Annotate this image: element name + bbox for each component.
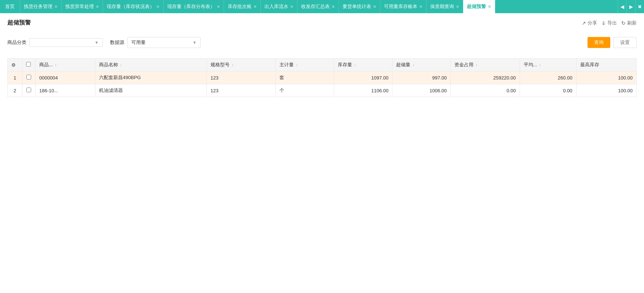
tab-4[interactable]: 库存批次账✕ — [224, 0, 261, 13]
row-goods-code-0: 0000004 — [36, 71, 95, 84]
row-max-stock-0: 100.00 — [576, 71, 636, 84]
tab-1[interactable]: 拣货异常处理✕ — [62, 0, 103, 13]
main-content: 超储预警 ↗ 分享 ⇓ 导出 ↻ 刷新 商品分类 ▼ 数据源 — [0, 13, 644, 293]
topbar: 首页 拣货任务管理✕拣货异常处理✕现存量（库存状况表）✕现存量（库存分布表）✕库… — [0, 0, 644, 13]
tab-close-6[interactable]: ✕ — [332, 4, 335, 9]
row-overstock-1: 1006.00 — [392, 84, 451, 97]
column-overstock[interactable]: 超储量 ↕ — [392, 59, 451, 71]
tab-close-5[interactable]: ✕ — [290, 4, 293, 9]
row-spec-0: 123 — [207, 71, 276, 84]
tab-label-3: 现存量（库存分布表） — [167, 3, 215, 10]
tab-label-9: 保质期查询 — [430, 3, 454, 10]
column-capital[interactable]: 资金占用 ↕ — [451, 59, 520, 71]
row-unit-1: 个 — [276, 84, 334, 97]
tab-8[interactable]: 可用量库存账本✕ — [380, 0, 427, 13]
tab-nav-prev[interactable]: ◀ — [618, 0, 626, 13]
tab-label-1: 拣货异常处理 — [65, 3, 94, 10]
sort-icon-overstock: ↕ — [413, 63, 414, 67]
export-icon: ⇓ — [601, 20, 606, 26]
page-header: 超储预警 ↗ 分享 ⇓ 导出 ↻ 刷新 — [7, 19, 637, 27]
tab-label-7: 要货单统计表 — [343, 3, 371, 10]
row-avg-0: 260.00 — [520, 71, 576, 84]
table-header-row: ⚙ 商品... ↕ 商品名称 ↕ 规格型号 ↕ 主计量 ↕ 库存量 ↕ 超储量 … — [8, 59, 637, 71]
tab-close-1[interactable]: ✕ — [96, 4, 99, 9]
row-stock-0: 1097.00 — [334, 71, 392, 84]
row-spec-1: 123 — [207, 84, 276, 97]
table-row: 1 0000004 六配套新昌490BPG 123 套 1097.00 997.… — [8, 71, 637, 84]
filter-area: 商品分类 ▼ 数据源 可用量 ▼ 查询 设置 — [7, 33, 637, 52]
row-unit-0: 套 — [276, 71, 334, 84]
sort-icon-avg: ↕ — [539, 63, 541, 67]
category-dropdown-arrow: ▼ — [95, 40, 99, 45]
tab-nav-next[interactable]: ▶ — [626, 0, 635, 13]
datasource-dropdown-arrow: ▼ — [193, 40, 197, 45]
tab-close-2[interactable]: ✕ — [156, 4, 160, 9]
category-label: 商品分类 — [7, 39, 26, 46]
tab-2[interactable]: 现存量（库存状况表）✕ — [103, 0, 164, 13]
column-max-stock: 最高库存 — [576, 59, 636, 71]
tab-close-4[interactable]: ✕ — [253, 4, 257, 9]
refresh-icon: ↻ — [621, 20, 626, 26]
tab-nav-more[interactable]: ✖ — [635, 0, 644, 13]
tab-close-10[interactable]: ✕ — [488, 4, 491, 9]
datasource-select[interactable]: 可用量 ▼ — [127, 37, 201, 48]
tab-label-5: 出入库流水 — [264, 3, 288, 10]
tab-close-7[interactable]: ✕ — [373, 4, 376, 9]
column-goods-code[interactable]: 商品... ↕ — [36, 59, 95, 71]
sort-icon-goods-code: ↕ — [55, 63, 56, 67]
column-unit[interactable]: 主计量 ↕ — [276, 59, 334, 71]
row-avg-1: 0.00 — [520, 84, 576, 97]
category-filter: 商品分类 ▼ — [7, 38, 103, 47]
table-row: 2 186-10... 机油滤清器 123 个 1106.00 1006.00 … — [8, 84, 637, 97]
column-checkbox[interactable] — [22, 59, 36, 71]
settings-button[interactable]: 设置 — [613, 37, 637, 48]
share-button[interactable]: ↗ 分享 — [582, 20, 597, 26]
tab-nav-arrows: ◀ ▶ ✖ — [618, 0, 644, 13]
category-select[interactable]: ▼ — [29, 38, 103, 47]
column-stock[interactable]: 库存量 ↕ — [334, 59, 392, 71]
tab-9[interactable]: 保质期查询✕ — [427, 0, 463, 13]
row-capital-0: 259220.00 — [451, 71, 520, 84]
tab-label-10: 超储预警 — [467, 3, 486, 10]
row-checkbox-1[interactable] — [22, 84, 36, 97]
tab-close-8[interactable]: ✕ — [419, 4, 422, 9]
tab-label-6: 收发存汇总表 — [301, 3, 330, 10]
refresh-button[interactable]: ↻ 刷新 — [621, 20, 637, 26]
query-button[interactable]: 查询 — [588, 37, 610, 48]
sort-icon-stock: ↕ — [354, 63, 356, 67]
table-header: ⚙ 商品... ↕ 商品名称 ↕ 规格型号 ↕ 主计量 ↕ 库存量 ↕ 超储量 … — [8, 59, 637, 71]
home-tab[interactable]: 首页 — [0, 0, 20, 13]
row-overstock-0: 997.00 — [392, 71, 451, 84]
row-num-1: 2 — [8, 84, 22, 97]
row-goods-code-1: 186-10... — [36, 84, 95, 97]
tab-5[interactable]: 出入库流水✕ — [261, 0, 297, 13]
tab-7[interactable]: 要货单统计表✕ — [339, 0, 380, 13]
table-body: 1 0000004 六配套新昌490BPG 123 套 1097.00 997.… — [8, 71, 637, 97]
row-stock-1: 1106.00 — [334, 84, 392, 97]
filter-buttons: 查询 设置 — [588, 37, 637, 48]
tab-3[interactable]: 现存量（库存分布表）✕ — [164, 0, 224, 13]
tab-close-3[interactable]: ✕ — [217, 4, 220, 9]
sort-icon-goods-name: ↕ — [120, 63, 122, 67]
column-avg[interactable]: 平均... ↕ — [520, 59, 576, 71]
sort-icon-capital: ↕ — [476, 63, 477, 67]
sort-icon-spec: ↕ — [232, 63, 234, 67]
sort-icon-unit: ↕ — [296, 63, 298, 67]
tab-6[interactable]: 收发存汇总表✕ — [297, 0, 339, 13]
select-all-checkbox[interactable] — [26, 62, 31, 67]
tab-close-9[interactable]: ✕ — [456, 4, 459, 9]
row-checkbox-0[interactable] — [22, 71, 36, 84]
tab-10[interactable]: 超储预警✕ — [463, 0, 495, 13]
tab-0[interactable]: 拣货任务管理✕ — [20, 0, 62, 13]
column-settings[interactable]: ⚙ — [8, 59, 22, 71]
export-button[interactable]: ⇓ 导出 — [601, 20, 617, 26]
tab-close-0[interactable]: ✕ — [54, 4, 58, 9]
tab-label-2: 现存量（库存状况表） — [107, 3, 154, 10]
column-spec[interactable]: 规格型号 ↕ — [207, 59, 276, 71]
column-goods-name[interactable]: 商品名称 ↕ — [95, 59, 206, 71]
datasource-label: 数据源 — [110, 39, 124, 46]
row-capital-1: 0.00 — [451, 84, 520, 97]
header-actions: ↗ 分享 ⇓ 导出 ↻ 刷新 — [582, 20, 637, 26]
tab-label-8: 可用量库存账本 — [384, 3, 417, 10]
row-num-0: 1 — [8, 71, 22, 84]
